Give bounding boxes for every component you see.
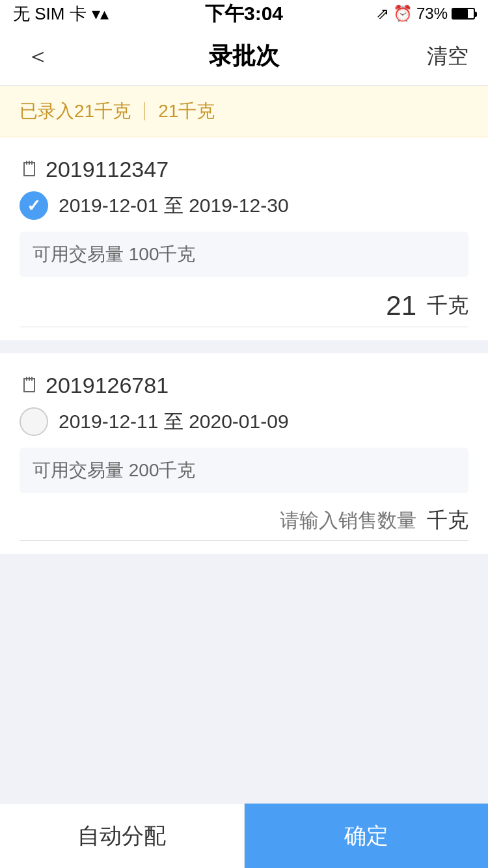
radio-btn-1[interactable] <box>20 191 48 220</box>
recorded-label: 已录入21千克 <box>20 99 131 124</box>
carrier-text: 无 SIM 卡 <box>13 3 87 25</box>
auto-distribute-button[interactable]: 自动分配 <box>0 804 245 868</box>
batch-date-2: 2019-12-11 至 2020-01-09 <box>59 409 289 435</box>
page-title: 录批次 <box>209 40 279 72</box>
confirm-button[interactable]: 确定 <box>245 804 489 868</box>
battery-icon <box>452 8 475 20</box>
nav-bar: ＜ 录批次 清空 <box>0 27 488 86</box>
card-separator-1 <box>0 340 488 353</box>
batch-card-2: 🗒 2019126781 2019-12-11 至 2020-01-09 可用交… <box>0 353 488 554</box>
batch-doc-icon-2: 🗒 <box>20 373 40 398</box>
bottom-action-bar: 自动分配 确定 <box>0 803 488 868</box>
batch-doc-icon-1: 🗒 <box>20 157 40 182</box>
batch-available-2: 可用交易量 200千克 <box>20 448 468 493</box>
amount-unit-1: 千克 <box>427 292 468 320</box>
batch-header-1: 🗒 2019112347 <box>20 157 468 182</box>
batch-id-2: 2019126781 <box>46 373 169 398</box>
amount-unit-2: 千克 <box>427 506 468 535</box>
amount-input-2[interactable] <box>20 509 416 532</box>
wifi-icon: ▾▴ <box>92 4 109 24</box>
batch-date-row-2: 2019-12-11 至 2020-01-09 <box>20 407 468 436</box>
recorded-value: 21千克 <box>158 99 215 124</box>
info-banner: 已录入21千克 21千克 <box>0 86 488 137</box>
status-time: 下午3:04 <box>205 1 283 27</box>
batch-header-2: 🗒 2019126781 <box>20 373 468 398</box>
batch-id-1: 2019112347 <box>46 157 169 182</box>
batch-date-1: 2019-12-01 至 2019-12-30 <box>59 193 289 219</box>
back-button[interactable]: ＜ <box>20 34 56 79</box>
info-divider <box>144 102 145 120</box>
location-icon: ⇗ <box>376 5 389 23</box>
status-left: 无 SIM 卡 ▾▴ <box>13 3 109 25</box>
radio-btn-2[interactable] <box>20 407 48 436</box>
amount-row-2: 千克 <box>20 506 468 541</box>
batch-available-1: 可用交易量 100千克 <box>20 232 468 277</box>
amount-row-1: 千克 <box>20 290 468 327</box>
batch-card-1: 🗒 2019112347 2019-12-01 至 2019-12-30 可用交… <box>0 137 488 340</box>
status-bar: 无 SIM 卡 ▾▴ 下午3:04 ⇗ ⏰ 73% <box>0 0 488 27</box>
amount-input-1[interactable] <box>286 290 416 321</box>
battery-text: 73% <box>416 5 448 23</box>
batch-date-row-1: 2019-12-01 至 2019-12-30 <box>20 191 468 220</box>
alarm-icon: ⏰ <box>393 5 413 23</box>
status-right: ⇗ ⏰ 73% <box>376 5 475 23</box>
card-separator-2 <box>0 554 488 567</box>
clear-button[interactable]: 清空 <box>427 42 468 71</box>
